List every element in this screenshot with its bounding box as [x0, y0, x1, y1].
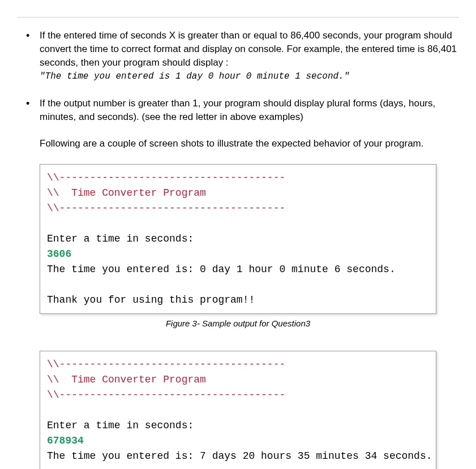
- thanks-1: Thank you for using this program!!: [47, 294, 255, 306]
- header-dash-2b: \\-------------------------------------: [47, 389, 285, 401]
- input-1: 3606: [47, 248, 71, 260]
- bullet-list: If the entered time of seconds X is grea…: [17, 29, 459, 123]
- bullet-text-1: If the entered time of seconds X is grea…: [40, 30, 457, 68]
- output-2: The time you entered is: 7 days 20 hours…: [47, 450, 432, 462]
- bullet-quote-1: "The time you entered is 1 day 0 hour 0 …: [40, 71, 349, 81]
- output-1: The time you entered is: 0 day 1 hour 0 …: [47, 264, 396, 275]
- prompt-1: Enter a time in seconds:: [47, 233, 194, 244]
- figure-caption-1: Figure 3- Sample output for Question3: [17, 319, 459, 328]
- sample-output-box-2: \\------------------------------------- …: [40, 351, 436, 469]
- header-dash-2a: \\-------------------------------------: [47, 359, 285, 370]
- bullet-text-2: If the output number is greater than 1, …: [40, 98, 435, 122]
- bullet-item-1: If the entered time of seconds X is grea…: [40, 29, 459, 83]
- sample-output-box-1: \\------------------------------------- …: [40, 164, 436, 314]
- header-dash-1a: \\-------------------------------------: [47, 172, 285, 183]
- following-text: Following are a couple of screen shots t…: [40, 137, 459, 150]
- header-title-1: \\ Time Converter Program: [47, 187, 206, 199]
- input-2: 678934: [47, 435, 84, 446]
- bullet-item-2: If the output number is greater than 1, …: [40, 97, 459, 124]
- header-dash-1b: \\-------------------------------------: [47, 203, 285, 214]
- header-title-2: \\ Time Converter Program: [47, 374, 206, 385]
- prompt-2: Enter a time in seconds:: [47, 420, 194, 431]
- top-divider: [17, 17, 459, 18]
